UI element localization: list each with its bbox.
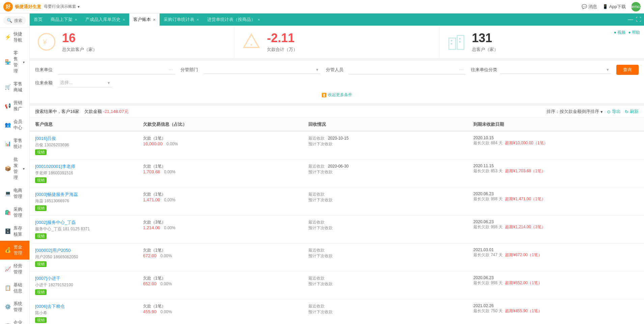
sidebar-item-wholesale-mgmt[interactable]: 📦 批发管理 ▾	[0, 153, 29, 184]
nav-label-system: 系统管理	[13, 301, 25, 313]
overdue-amount-3[interactable]: 超期¥1,214.00（3笔）	[505, 225, 545, 229]
message-icon: 💬	[582, 4, 587, 9]
tab-import_stats[interactable]: 进货单统计表（按商品） ✕	[203, 13, 264, 26]
app-download-button[interactable]: 📱 App下载	[603, 4, 626, 10]
customer-badge-0: 现销	[35, 149, 47, 155]
balance-label: 往来余额	[35, 80, 55, 86]
debt-pct-1: 0.00%	[164, 170, 175, 174]
sidebar-item-quick-nav[interactable]: ⚡ 快捷导航	[0, 28, 29, 47]
tab-label-products: 商品上下架	[51, 17, 73, 23]
sidebar-item-retail-store[interactable]: 🛒 零售商城	[0, 78, 29, 96]
debt-cell-4: 欠款（1笔） 672.00 0.00%	[143, 247, 308, 259]
tab-close-products[interactable]: ✕	[75, 18, 77, 22]
refresh-button[interactable]: ↻ 刷新	[625, 109, 639, 115]
phone-icon: 📱	[603, 4, 608, 9]
sidebar-item-marketing[interactable]: 📢 营销推广	[0, 96, 29, 115]
due-cell-4: 2021.03.01 最长欠款 747 天 超期¥672.00（1笔）	[473, 247, 639, 259]
tab-purchase_order[interactable]: 采购订单统计表 ✕	[160, 13, 203, 26]
stat-label-1: 欠款合计（万）	[267, 47, 432, 53]
tab-close-production[interactable]: ✕	[122, 18, 125, 22]
customer-name-1[interactable]: [0001020001]李老师	[35, 164, 143, 170]
debt-pct-3: 0.00%	[164, 226, 175, 230]
overdue-amount-6[interactable]: 超期¥455.90（1笔）	[505, 308, 542, 313]
sidebar-item-retail-stats[interactable]: 📊 零售统计	[0, 134, 29, 153]
customer-phone-2: 海蕊 18513066976	[35, 198, 143, 204]
balance-select[interactable]: 选择... ▾	[58, 78, 112, 87]
sidebar-item-finance[interactable]: 💰 资金管理	[0, 241, 29, 260]
tab-products[interactable]: 商品上下架 ✕	[47, 13, 81, 26]
customer-name-0[interactable]: [0016]吕俊	[35, 136, 143, 142]
search-button[interactable]: 查询	[616, 65, 639, 75]
collapse-button[interactable]: ⏫ 收起更多条件	[320, 91, 354, 99]
customer-phone-3: 服务中心_丁磊 181 0125 8371	[35, 226, 143, 232]
export-button[interactable]: ⊙ 导出	[607, 109, 621, 115]
stat-label-2: 总客户（家）	[472, 47, 637, 53]
tab-bar: 首页 商品上下架 ✕ 产成品入库单历史 ✕ 客户账本 ✕ 采购订单统计表 ✕ 进…	[30, 13, 644, 26]
top-bar-left: 好 畅捷通好生意 母婴行业演示账套 ▾	[3, 2, 80, 11]
debt-amount-2[interactable]: 1,471.00	[143, 197, 160, 202]
nav-label-marketing: 营销推广	[13, 100, 25, 112]
message-button[interactable]: 💬 消息	[582, 4, 597, 10]
customer-name-5[interactable]: [0007]小进干	[35, 275, 143, 282]
sort-selector[interactable]: 排序：按欠款金额倒序排序 ▾	[547, 109, 603, 115]
sidebar-search-input[interactable]	[14, 18, 23, 23]
debt-amount-1[interactable]: 1,703.68	[143, 169, 160, 174]
data-table: 客户信息欠款交易信息（占比）回收情况到期未收款日期 [0016]吕俊 吕俊 13…	[30, 118, 644, 324]
overdue-amount-2[interactable]: 超期¥1,471.00（1笔）	[505, 197, 545, 201]
sidebar-item-purchase-mgmt[interactable]: 🛍️ 采购管理	[0, 203, 29, 222]
overdue-days-0: 最长欠款 884 天	[473, 141, 504, 145]
sidebar-item-enterprise[interactable]: 🏢 企业协同	[0, 316, 29, 324]
overdue-days-6: 最长欠款 750 天	[473, 308, 504, 313]
sidebar-search-box[interactable]: 🔍	[3, 16, 26, 25]
debt-count-3: 欠款（3笔）	[143, 219, 308, 225]
customer-name-3[interactable]: [0002]服务中心_丁磊	[35, 219, 143, 226]
debt-amount-5[interactable]: 652.00	[143, 281, 157, 286]
sidebar-item-inventory[interactable]: 🗄️ 库存核算	[0, 222, 29, 241]
overdue-days-3: 最长欠款 998 天	[473, 225, 504, 229]
customer-name-6[interactable]: [0006]去下粮仓	[35, 303, 143, 310]
stat-content-1: -2.11 欠款合计（万）	[267, 31, 432, 53]
sidebar-item-basic-info[interactable]: 📋 基础信息	[0, 278, 29, 297]
sidebar-item-operations[interactable]: 📈 经营管理	[0, 260, 29, 278]
nav-icon-enterprise: 🏢	[5, 323, 11, 324]
table-header-3: 到期未收款日期	[473, 121, 639, 127]
tab-close-customer_account[interactable]: ✕	[153, 18, 156, 22]
supplier-input[interactable]: ···	[58, 65, 175, 75]
stat-action-2-1[interactable]: ● 帮助	[628, 30, 640, 35]
customer-name-2[interactable]: [0003]畅捷服务尹海蕊	[35, 192, 143, 198]
overdue-amount-5[interactable]: 超期¥652.00（1笔）	[505, 281, 542, 285]
customer-name-4[interactable]: [000002]用户2050	[35, 247, 143, 254]
dept-select[interactable]: ▾	[203, 66, 320, 74]
stat-action-2-0[interactable]: ● 视频	[614, 30, 626, 35]
customer-cell-5: [0007]小进干 小进干 18279152100 现销	[35, 275, 143, 296]
avatar[interactable]: demo2	[631, 2, 641, 11]
sidebar-item-system[interactable]: ⚙️ 系统管理	[0, 297, 29, 316]
tab-close-import_stats[interactable]: ✕	[257, 18, 260, 22]
debt-count-2: 欠款（1笔）	[143, 192, 308, 197]
sidebar-item-ecommerce-mgmt[interactable]: 💻 电商管理	[0, 184, 29, 203]
next-payment-5: 预计下次收款	[308, 281, 474, 287]
debt-amount-0[interactable]: 10,000.00	[143, 141, 163, 146]
debt-amount-4[interactable]: 672.00	[143, 253, 157, 258]
category-select[interactable]: ▾	[500, 66, 611, 74]
sidebar-item-retail-mgmt[interactable]: 🏪 零售管理 ▾	[0, 47, 29, 78]
overdue-amount-1[interactable]: 超期¥1,703.68（1笔）	[505, 169, 545, 173]
sidebar-item-member-center[interactable]: 👥 会员中心	[0, 115, 29, 134]
tab-customer_account[interactable]: 客户账本 ✕	[129, 13, 160, 26]
overdue-amount-4[interactable]: 超期¥672.00（1笔）	[505, 253, 542, 257]
debt-cell-1: 欠款（1笔） 1,703.68 0.00%	[143, 163, 308, 175]
tab-expand-icon[interactable]: ⛶	[636, 17, 641, 23]
debt-amount-6[interactable]: 455.90	[143, 309, 157, 314]
overdue-amount-0[interactable]: 超期¥10,000.00（1笔）	[505, 141, 548, 145]
tab-production[interactable]: 产成品入库单历史 ✕	[81, 13, 129, 26]
due-date-2: 2020.06.23	[473, 192, 639, 196]
tab-minus-icon[interactable]: —	[628, 17, 633, 23]
customer-badge-6: 现销	[35, 317, 47, 323]
manager-input[interactable]: ···	[349, 65, 466, 75]
tab-home[interactable]: 首页	[30, 13, 47, 26]
industry-selector[interactable]: 母婴行业演示账套 ▾	[44, 4, 80, 9]
tab-close-purchase_order[interactable]: ✕	[196, 18, 199, 22]
debt-amount-3[interactable]: 1,214.00	[143, 225, 160, 230]
next-payment-0: 预计下次收款	[308, 141, 474, 147]
customer-cell-1: [0001020001]李老师 李老师 18600391516 现销	[35, 163, 143, 184]
